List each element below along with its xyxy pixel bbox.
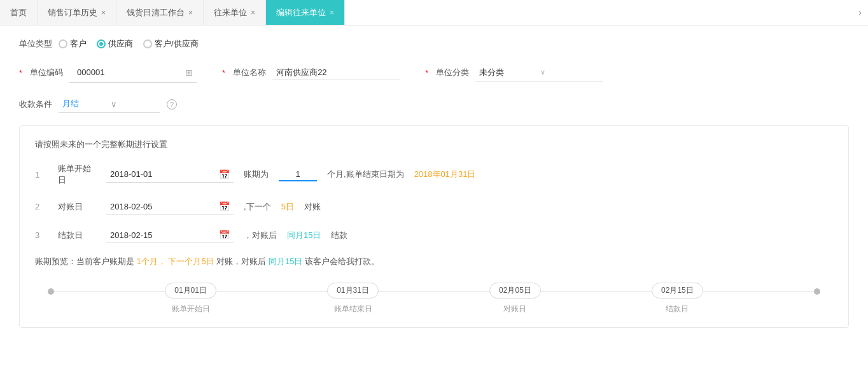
- tab-edit-partner-label: 编辑往来单位: [276, 7, 326, 18]
- timeline-start-dot: [48, 283, 54, 295]
- settings-section: 请按照未来的一个完整帐期进行设置 1 账单开始日 📅 账期为 个月,账单结束日期…: [19, 125, 849, 328]
- reconcile-desc-prefix: ,下一个: [244, 201, 271, 213]
- unit-name-star: *: [222, 68, 225, 78]
- unit-category-label: 单位分类: [436, 67, 469, 78]
- row-label-2: 对账日: [58, 201, 96, 213]
- timeline-desc-0205: 对账日: [503, 304, 526, 314]
- unit-type-radio-group: 客户 供应商 客户/供应商: [59, 38, 199, 50]
- payment-terms-arrow: ∨: [111, 99, 157, 109]
- radio-supplier[interactable]: 供应商: [97, 38, 133, 50]
- timeline-point-0131: 01月31日 账单结束日: [327, 283, 379, 314]
- tab-home[interactable]: 首页: [0, 0, 38, 25]
- unit-code-label: 单位编码: [30, 67, 63, 78]
- tab-partner-unit[interactable]: 往来单位 ×: [204, 0, 266, 25]
- start-dot: [48, 288, 54, 295]
- end-dot: [814, 288, 820, 295]
- preview-part5: 该客户会给我打款。: [305, 257, 379, 266]
- unit-code-input-wrapper: ⊞: [69, 62, 197, 83]
- setting-row-1: 1 账单开始日 📅 账期为 个月,账单结束日期为 2018年01月31日: [35, 163, 833, 186]
- tab-sales-order-history-label: 销售订单历史: [48, 7, 97, 18]
- preview-label: 账期预览：当前客户账期是: [35, 257, 134, 266]
- timeline-point-0215: 02月15日 结款日: [652, 283, 703, 314]
- radio-supplier-label: 供应商: [108, 38, 133, 50]
- preview-part3: 对账，对账后: [216, 257, 266, 266]
- row-label-1: 账单开始日: [58, 163, 96, 186]
- timeline-label-0205: 02月05日: [489, 283, 541, 299]
- unit-type-row: 单位类型 客户 供应商 客户/供应商: [19, 38, 849, 50]
- radio-customer[interactable]: 客户: [59, 38, 87, 50]
- reconcile-date-calendar-icon[interactable]: 📅: [219, 201, 230, 211]
- period-value-input[interactable]: [279, 168, 317, 181]
- tab-home-label: 首页: [10, 7, 27, 18]
- unit-category-star: *: [425, 68, 428, 78]
- row-num-3: 3: [35, 230, 48, 240]
- timeline-end-dot: [814, 283, 820, 295]
- payment-terms-label: 收款条件: [19, 99, 52, 110]
- timeline-points: 01月01日 账单开始日 01月31日 账单结束日 02月05日 对账日 02月…: [48, 283, 820, 314]
- radio-supplier-circle: [97, 39, 106, 48]
- payment-terms-select[interactable]: 月结 ∨: [59, 95, 160, 113]
- payment-date-input-wrapper: 📅: [106, 227, 234, 243]
- period-unit: 个月,账单结束日期为: [327, 169, 404, 180]
- period-label: 账期为: [244, 169, 269, 180]
- start-date-input[interactable]: [110, 169, 219, 179]
- timeline-point-0101: 01月01日 账单开始日: [165, 283, 216, 314]
- unit-code-star: *: [19, 68, 22, 78]
- preview-part1: 1个月，: [137, 257, 166, 266]
- timeline-desc-0101: 账单开始日: [172, 304, 210, 314]
- timeline-desc-0131: 账单结束日: [334, 304, 372, 314]
- payment-date-calendar-icon[interactable]: 📅: [219, 230, 230, 240]
- row-num-1: 1: [35, 170, 48, 179]
- tab-sales-order-history-close[interactable]: ×: [101, 9, 106, 17]
- reconcile-date-input-wrapper: 📅: [106, 199, 234, 215]
- unit-name-label: 单位名称: [233, 67, 266, 78]
- unit-category-value: 未分类: [479, 67, 538, 78]
- tab-sales-order-history[interactable]: 销售订单历史 ×: [38, 0, 116, 25]
- row-num-2: 2: [35, 202, 48, 211]
- payment-date-input[interactable]: [110, 230, 219, 240]
- radio-customer-label: 客户: [70, 38, 87, 50]
- radio-customer-circle: [59, 39, 67, 48]
- tab-cashier-workbench[interactable]: 钱货日清工作台 ×: [116, 0, 204, 25]
- tab-cashier-workbench-close[interactable]: ×: [188, 9, 193, 17]
- tab-bar: 首页 销售订单历史 × 钱货日清工作台 × 往来单位 × 编辑往来单位 × ›: [0, 0, 868, 25]
- tab-partner-unit-label: 往来单位: [214, 7, 247, 18]
- tab-scroll-right[interactable]: ›: [852, 0, 868, 25]
- setting-row-3: 3 结款日 📅 ，对账后 同月15日 结款: [35, 227, 833, 243]
- tab-edit-partner[interactable]: 编辑往来单位 ×: [266, 0, 345, 25]
- start-date-calendar-icon[interactable]: 📅: [219, 169, 230, 179]
- preview-part4: 同月15日: [269, 257, 302, 266]
- payment-highlight: 同月15日: [287, 230, 321, 241]
- preview-part2: 下一个月5日: [168, 257, 214, 266]
- timeline-label-0215: 02月15日: [652, 283, 703, 299]
- timeline-label-0101: 01月01日: [165, 283, 216, 299]
- radio-both[interactable]: 客户/供应商: [143, 38, 199, 50]
- tab-cashier-workbench-label: 钱货日清工作台: [127, 7, 185, 18]
- unit-category-select[interactable]: 未分类 ∨: [475, 64, 603, 81]
- radio-both-circle: [143, 39, 152, 48]
- radio-both-label: 客户/供应商: [155, 38, 199, 50]
- section-instruction: 请按照未来的一个完整帐期进行设置: [35, 139, 833, 150]
- payment-desc-prefix: ，对账后: [244, 230, 277, 241]
- unit-code-copy-icon[interactable]: ⊞: [185, 67, 193, 78]
- row-label-3: 结款日: [58, 230, 96, 241]
- page-content: 单位类型 客户 供应商 客户/供应商 * 单位编码 ⊞ * 单位名称 *: [0, 25, 868, 387]
- unit-category-arrow: ∨: [540, 68, 599, 76]
- unit-name-input[interactable]: [272, 65, 400, 80]
- payment-desc-suffix: 结款: [331, 230, 347, 241]
- timeline-desc-0215: 结款日: [666, 304, 689, 314]
- reconcile-date-input[interactable]: [110, 202, 219, 211]
- unit-type-label: 单位类型: [19, 38, 52, 50]
- payment-terms-help-icon[interactable]: ?: [167, 99, 177, 109]
- tab-partner-unit-close[interactable]: ×: [251, 9, 255, 17]
- unit-info-row: * 单位编码 ⊞ * 单位名称 * 单位分类 未分类 ∨: [19, 62, 849, 83]
- timeline-point-0205: 02月05日 对账日: [489, 283, 541, 314]
- preview-row: 账期预览：当前客户账期是 1个月， 下一个月5日 对账，对账后 同月15日 该客…: [35, 256, 833, 267]
- timeline-wrapper: 01月01日 账单开始日 01月31日 账单结束日 02月05日 对账日 02月…: [35, 283, 833, 314]
- timeline-label-0131: 01月31日: [327, 283, 379, 299]
- setting-row-2: 2 对账日 📅 ,下一个 5日 对账: [35, 199, 833, 215]
- tab-edit-partner-close[interactable]: ×: [330, 9, 334, 17]
- payment-terms-value: 月结: [62, 98, 108, 109]
- unit-code-input[interactable]: [73, 65, 185, 80]
- reconcile-desc-suffix: 对账: [304, 201, 321, 213]
